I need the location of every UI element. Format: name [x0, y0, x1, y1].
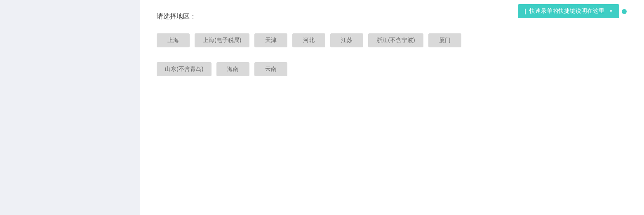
region-btn-tianjin[interactable]: 天津 — [254, 33, 287, 47]
main-content: 请选择地区： 上海上海(电子税局)天津河北江苏浙江(不含宁波)厦门 山东(不含青… — [140, 0, 644, 215]
region-row-1: 上海上海(电子税局)天津河北江苏浙江(不含宁波)厦门 — [157, 33, 461, 47]
region-buttons-container: 上海上海(电子税局)天津河北江苏浙江(不含宁波)厦门 山东(不含青岛)海南云南 — [157, 33, 628, 76]
left-sidebar — [0, 0, 140, 215]
tooltip-dot — [622, 9, 627, 14]
tooltip-close-button[interactable]: × — [609, 8, 613, 14]
tooltip-banner[interactable]: 快速录单的快捷键说明在这里 × — [518, 4, 619, 18]
region-btn-shanghai[interactable]: 上海 — [157, 33, 190, 47]
region-btn-shanghai-etax[interactable]: 上海(电子税局) — [195, 33, 249, 47]
region-btn-xiamen[interactable]: 厦门 — [428, 33, 461, 47]
region-btn-jiangsu[interactable]: 江苏 — [330, 33, 363, 47]
tooltip-text: 快速录单的快捷键说明在这里 — [529, 7, 604, 15]
region-btn-zhejiang[interactable]: 浙江(不含宁波) — [368, 33, 423, 47]
region-btn-shandong[interactable]: 山东(不含青岛) — [157, 62, 212, 76]
region-btn-yunnan[interactable]: 云南 — [254, 62, 287, 76]
region-row-2: 山东(不含青岛)海南云南 — [157, 62, 287, 76]
region-btn-hainan[interactable]: 海南 — [216, 62, 249, 76]
region-btn-hebei[interactable]: 河北 — [292, 33, 325, 47]
